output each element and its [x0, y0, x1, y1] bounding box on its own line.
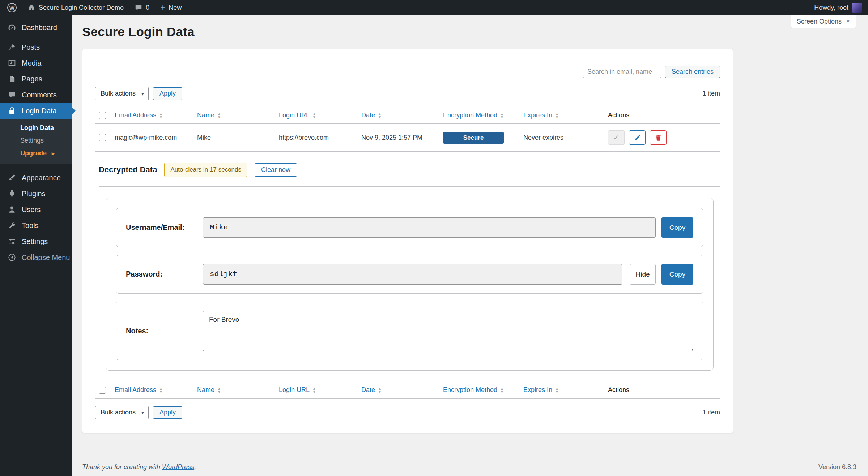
- sort-icon: ▲▼: [555, 387, 559, 393]
- view-decrypted-button[interactable]: ✓: [608, 130, 625, 145]
- select-all-checkbox-bottom[interactable]: [99, 387, 106, 394]
- sidebar-item-pages[interactable]: Pages: [0, 71, 72, 87]
- decrypted-data-header: Decrypted Data Auto-clears in 17 seconds…: [99, 163, 720, 177]
- sidebar-item-appearance[interactable]: Appearance: [0, 170, 72, 186]
- column-header-date[interactable]: Date▲▼: [358, 107, 439, 124]
- column-footer-login-url[interactable]: Login URL▲▼: [275, 382, 358, 399]
- sidebar-item-label: Comments: [22, 91, 57, 99]
- comment-bubble-icon: [7, 90, 17, 100]
- trash-icon: [655, 134, 662, 142]
- sidebar-item-posts[interactable]: Posts: [0, 39, 72, 55]
- sidebar-item-comments[interactable]: Comments: [0, 87, 72, 103]
- notes-label: Notes:: [126, 327, 203, 335]
- column-footer-email[interactable]: Email Address▲▼: [111, 382, 193, 399]
- home-icon: [27, 4, 35, 12]
- copy-username-button[interactable]: Copy: [661, 217, 693, 238]
- apply-button[interactable]: Apply: [153, 87, 182, 100]
- wordpress-logo[interactable]: W: [7, 3, 17, 12]
- wordpress-link[interactable]: WordPress: [162, 463, 194, 471]
- item-count: 1 item: [702, 90, 720, 97]
- avatar[interactable]: [852, 3, 862, 13]
- sidebar-item-settings[interactable]: Settings: [0, 233, 72, 249]
- password-input[interactable]: [203, 264, 622, 285]
- row-date: Nov 9, 2025 1:57 PM: [358, 124, 439, 152]
- edit-button[interactable]: [629, 130, 646, 145]
- username-input[interactable]: [203, 217, 656, 238]
- sidebar-item-label: Settings: [22, 237, 48, 246]
- clear-now-button[interactable]: Clear now: [255, 163, 297, 177]
- sidebar-item-label: Login Data: [22, 107, 57, 115]
- apply-button-bottom[interactable]: Apply: [153, 406, 182, 419]
- bulk-actions-row-bottom: Bulk actions ▾ Apply 1 item: [95, 406, 720, 419]
- sidebar-item-dashboard[interactable]: Dashboard: [0, 20, 72, 35]
- admin-bar: W Secure Login Collector Demo 0 + New Ho…: [0, 0, 868, 15]
- bulk-actions-select[interactable]: Bulk actions ▾: [95, 87, 149, 100]
- dashboard-icon: [7, 23, 17, 32]
- screen-options-button[interactable]: Screen Options ▼: [791, 15, 856, 28]
- autoclear-badge: Auto-clears in 17 seconds: [164, 163, 247, 177]
- secure-badge: Secure: [443, 132, 504, 144]
- arrow-right-icon: ►: [51, 151, 56, 156]
- search-input[interactable]: [583, 66, 661, 78]
- sidebar-item-login-data[interactable]: Login Data: [0, 103, 72, 119]
- chevron-down-icon: ▼: [846, 19, 850, 24]
- sidebar-item-label: Tools: [22, 222, 39, 230]
- bulk-actions-select-bottom[interactable]: Bulk actions ▾: [95, 406, 149, 419]
- bulk-actions-label: Bulk actions: [101, 90, 136, 97]
- column-header-login-url[interactable]: Login URL▲▼: [275, 107, 358, 124]
- password-field-row: Password: Hide Copy: [116, 255, 703, 294]
- column-header-name[interactable]: Name▲▼: [193, 107, 275, 124]
- table-row: magic@wp-mike.com Mike https://brevo.com…: [95, 124, 720, 152]
- new-content-link[interactable]: + New: [160, 4, 182, 12]
- column-footer-encryption[interactable]: Encryption Method▲▼: [439, 382, 520, 399]
- sort-icon: ▲▼: [500, 387, 504, 393]
- plug-icon: [7, 189, 17, 198]
- row-email: magic@wp-mike.com: [111, 124, 193, 152]
- search-row: Search entries: [95, 66, 720, 78]
- column-footer-expires[interactable]: Expires In▲▼: [520, 382, 604, 399]
- copy-password-button[interactable]: Copy: [661, 264, 693, 285]
- sidebar-item-tools[interactable]: Tools: [0, 218, 72, 233]
- username-field-row: Username/Email: Copy: [116, 208, 703, 247]
- submenu-item-upgrade[interactable]: Upgrade ►: [0, 147, 72, 160]
- delete-button[interactable]: [650, 130, 667, 145]
- sidebar-item-users[interactable]: Users: [0, 202, 72, 218]
- row-expires: Never expires: [520, 124, 604, 152]
- row-checkbox[interactable]: [99, 134, 106, 141]
- column-header-encryption[interactable]: Encryption Method▲▼: [439, 107, 520, 124]
- column-header-email[interactable]: Email Address▲▼: [111, 107, 193, 124]
- decrypted-data-title: Decrypted Data: [99, 165, 157, 174]
- item-count-bottom: 1 item: [702, 409, 720, 416]
- chevron-down-icon: ▾: [141, 91, 144, 97]
- column-footer-name[interactable]: Name▲▼: [193, 382, 275, 399]
- wrench-icon: [7, 221, 17, 230]
- submenu-item-login-data[interactable]: Login Data: [0, 122, 72, 134]
- sidebar-item-media[interactable]: Media: [0, 55, 72, 71]
- admin-sidebar: Dashboard Posts Media Pages Comments Log…: [0, 15, 72, 476]
- sort-icon: ▲▼: [312, 112, 316, 119]
- column-footer-date[interactable]: Date▲▼: [358, 382, 439, 399]
- admin-footer: Thank you for creating with WordPress. V…: [82, 463, 856, 471]
- site-name-link[interactable]: Secure Login Collector Demo: [27, 4, 124, 12]
- document-icon: [7, 74, 17, 84]
- sort-icon: ▲▼: [378, 387, 382, 393]
- submenu-item-settings[interactable]: Settings: [0, 134, 72, 147]
- login-entries-card: Search entries Bulk actions ▾ Apply 1 it…: [82, 49, 733, 433]
- sidebar-item-label: Appearance: [22, 174, 61, 182]
- sidebar-item-plugins[interactable]: Plugins: [0, 186, 72, 202]
- select-all-checkbox[interactable]: [99, 112, 106, 119]
- media-icon: [7, 58, 17, 68]
- row-select-cell: [95, 124, 111, 152]
- notes-textarea[interactable]: For Brevo: [203, 311, 693, 351]
- page-title: Secure Login Data: [82, 25, 868, 39]
- column-header-expires[interactable]: Expires In▲▼: [520, 107, 604, 124]
- hide-password-button[interactable]: Hide: [630, 264, 656, 285]
- howdy-text[interactable]: Howdy, root: [814, 4, 848, 12]
- entries-table: Email Address▲▼ Name▲▼ Login URL▲▼ Date▲…: [95, 107, 720, 152]
- bulk-actions-row-top: Bulk actions ▾ Apply 1 item: [95, 87, 720, 100]
- site-name-label: Secure Login Collector Demo: [39, 4, 124, 12]
- comments-link[interactable]: 0: [135, 4, 149, 12]
- collapse-menu-button[interactable]: Collapse Menu: [0, 249, 72, 265]
- decrypted-data-panel: Username/Email: Copy Password: Hide Copy…: [106, 198, 714, 371]
- search-entries-button[interactable]: Search entries: [665, 66, 720, 78]
